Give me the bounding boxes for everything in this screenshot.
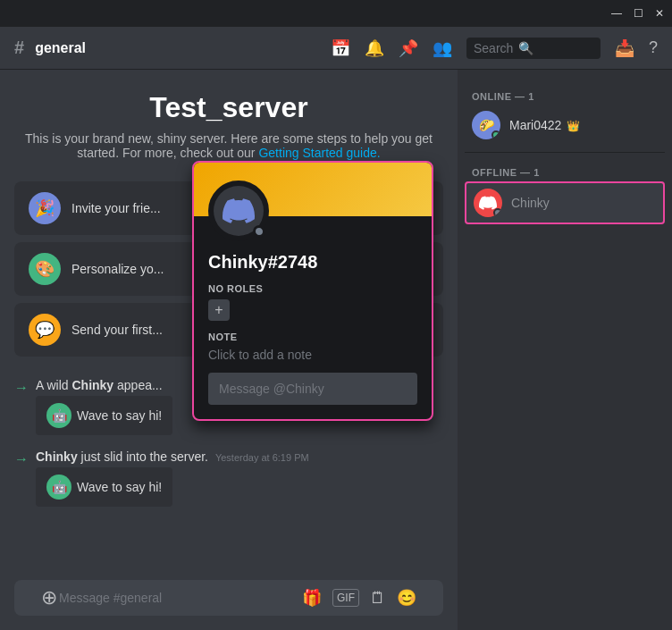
chat-input-area: ⊕ Message #general 🎁 GIF 🗒 😊 bbox=[0, 566, 458, 630]
note-input[interactable]: Click to add a note bbox=[208, 348, 417, 362]
message-group-2: → Chinky just slid into the server. Yest… bbox=[14, 449, 443, 507]
profile-avatar bbox=[208, 181, 269, 241]
members-sidebar: ONLINE — 1 🌮 Mari0422 👑 OFFLINE — 1 Chin… bbox=[458, 70, 672, 630]
arrow-icon: → bbox=[14, 380, 29, 396]
invite-icon: 🎉 bbox=[29, 192, 61, 224]
personalize-icon: 🎨 bbox=[29, 253, 61, 285]
close-button[interactable]: ✕ bbox=[654, 8, 665, 19]
profile-username: Chinky#2748 bbox=[208, 252, 417, 273]
arrow-icon-2: → bbox=[14, 451, 29, 467]
search-icon: 🔍 bbox=[518, 41, 533, 55]
personalize-text: Personalize yo... bbox=[71, 262, 164, 276]
calendar-icon[interactable]: 📅 bbox=[331, 38, 350, 58]
add-attachment-button[interactable]: ⊕ bbox=[41, 586, 57, 609]
search-placeholder: Search bbox=[474, 41, 513, 55]
profile-status-dot bbox=[253, 225, 265, 238]
note-label: NOTE bbox=[208, 332, 417, 342]
getting-started-link[interactable]: Getting Started guide. bbox=[258, 146, 380, 160]
inbox-icon[interactable]: 📥 bbox=[615, 38, 634, 58]
wave-label-2: Wave to say hi! bbox=[77, 480, 162, 494]
message-text-2: Chinky just slid into the server. Yester… bbox=[36, 449, 309, 464]
online-status-dot bbox=[491, 130, 500, 139]
message-text-1: A wild Chinky appea... bbox=[36, 378, 163, 392]
member-name-chinky: Chinky bbox=[511, 196, 550, 210]
emoji-icon[interactable]: 😊 bbox=[397, 588, 416, 608]
roles-label: NO ROLES bbox=[208, 283, 417, 294]
member-item-mari0422[interactable]: 🌮 Mari0422 👑 bbox=[465, 105, 665, 145]
titlebar: — ☐ ✕ bbox=[0, 0, 672, 27]
member-avatar-mari0422: 🌮 bbox=[472, 111, 500, 139]
member-avatar-chinky bbox=[474, 189, 502, 217]
profile-popup: Chinky#2748 NO ROLES + NOTE Click to add… bbox=[192, 161, 433, 421]
chat-input-box[interactable]: ⊕ Message #general 🎁 GIF 🗒 😊 bbox=[14, 580, 443, 616]
offline-section-header: OFFLINE — 1 bbox=[465, 160, 665, 181]
divider bbox=[465, 152, 665, 153]
channel-header: # general 📅 🔔 📌 👥 Search 🔍 📥 ? bbox=[0, 27, 672, 70]
server-description: This is your brand new, shiny server. He… bbox=[14, 131, 443, 160]
send-icon: 💬 bbox=[29, 314, 61, 346]
notification-icon[interactable]: 🔔 bbox=[365, 38, 384, 58]
crown-icon: 👑 bbox=[567, 120, 580, 132]
gif-button[interactable]: GIF bbox=[332, 589, 359, 607]
add-role-button[interactable]: + bbox=[208, 299, 230, 321]
message-input[interactable]: Message #general bbox=[59, 591, 162, 605]
profile-banner bbox=[194, 163, 432, 216]
sticker-icon[interactable]: 🗒 bbox=[370, 589, 386, 608]
search-bar[interactable]: Search 🔍 bbox=[466, 38, 601, 59]
wave-avatar-2: 🤖 bbox=[46, 475, 71, 500]
wave-label-1: Wave to say hi! bbox=[77, 408, 162, 423]
channel-name: general bbox=[35, 40, 86, 56]
invite-text: Invite your frie... bbox=[71, 201, 161, 215]
chat-input-icons: 🎁 GIF 🗒 😊 bbox=[302, 588, 416, 608]
chinky-bold-1: Chinky bbox=[71, 378, 113, 392]
members-icon[interactable]: 👥 bbox=[433, 38, 452, 58]
server-title-section: Test_server This is your brand new, shin… bbox=[0, 70, 458, 174]
note-section: NOTE Click to add a note bbox=[208, 332, 417, 362]
maximize-button[interactable]: ☐ bbox=[633, 8, 643, 19]
member-name-mari0422: Mari0422 👑 bbox=[509, 118, 580, 132]
header-icons: 📅 🔔 📌 👥 Search 🔍 📥 ? bbox=[331, 38, 658, 59]
profile-body: Chinky#2748 NO ROLES + NOTE Click to add… bbox=[194, 216, 432, 419]
profile-message-input[interactable]: Message @Chinky bbox=[208, 373, 417, 405]
gift-icon[interactable]: 🎁 bbox=[302, 588, 322, 608]
wave-button-2[interactable]: 🤖 Wave to say hi! bbox=[36, 467, 172, 507]
profile-avatar-container bbox=[208, 181, 269, 241]
channel-hash-icon: # bbox=[14, 38, 24, 58]
help-icon[interactable]: ? bbox=[649, 38, 658, 57]
offline-status-dot bbox=[493, 208, 502, 217]
online-section-header: ONLINE — 1 bbox=[465, 84, 665, 105]
member-item-chinky[interactable]: Chinky bbox=[465, 181, 665, 224]
system-message-2: → Chinky just slid into the server. Yest… bbox=[14, 449, 443, 507]
timestamp: Yesterday at 6:19 PM bbox=[215, 452, 309, 463]
send-text: Send your first... bbox=[71, 323, 163, 337]
pin-icon[interactable]: 📌 bbox=[399, 38, 418, 58]
chinky-bold-2: Chinky bbox=[36, 449, 78, 464]
server-title: Test_server bbox=[14, 91, 443, 124]
wave-button-1[interactable]: 🤖 Wave to say hi! bbox=[36, 396, 172, 435]
wave-avatar-1: 🤖 bbox=[46, 403, 71, 428]
minimize-button[interactable]: — bbox=[611, 8, 622, 19]
